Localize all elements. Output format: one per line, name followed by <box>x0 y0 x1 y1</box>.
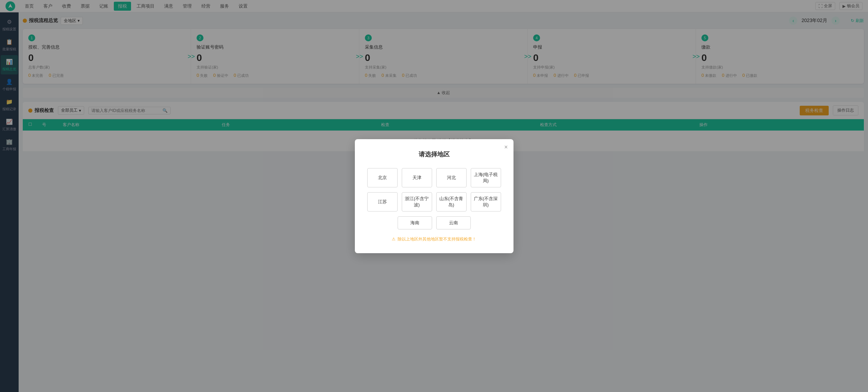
region-guangdong[interactable]: 广东(不含深圳) <box>471 192 501 212</box>
region-row-3: 海南 云南 <box>367 216 501 229</box>
region-zhejiang[interactable]: 浙江(不含宁波) <box>402 192 432 212</box>
region-jiangsu[interactable]: 江苏 <box>367 192 398 212</box>
region-row-2: 江苏 浙江(不含宁波) 山东(不含青岛) 广东(不含深圳) <box>367 192 501 212</box>
region-hainan[interactable]: 海南 <box>398 216 432 229</box>
region-row-1: 北京 天津 河北 上海(电子税局) <box>367 168 501 187</box>
region-hebei[interactable]: 河北 <box>436 168 467 187</box>
modal-close-button[interactable]: × <box>504 144 508 150</box>
region-beijing[interactable]: 北京 <box>367 168 398 187</box>
region-shanghai[interactable]: 上海(电子税局) <box>471 168 501 187</box>
modal-title: 请选择地区 <box>367 150 501 158</box>
modal-warning: ⚠ 除以上地区外其他地区暂不支持报税检查！ <box>367 236 501 242</box>
region-shandong[interactable]: 山东(不含青岛) <box>436 192 467 212</box>
modal-overlay: × 请选择地区 北京 天津 河北 上海(电子税局) 江苏 浙江(不含宁波) 山东… <box>0 0 868 392</box>
region-tianjin[interactable]: 天津 <box>402 168 432 187</box>
region-select-modal: × 请选择地区 北京 天津 河北 上海(电子税局) 江苏 浙江(不含宁波) 山东… <box>355 139 513 253</box>
region-yunnan[interactable]: 云南 <box>436 216 471 229</box>
warning-icon: ⚠ <box>392 237 396 241</box>
